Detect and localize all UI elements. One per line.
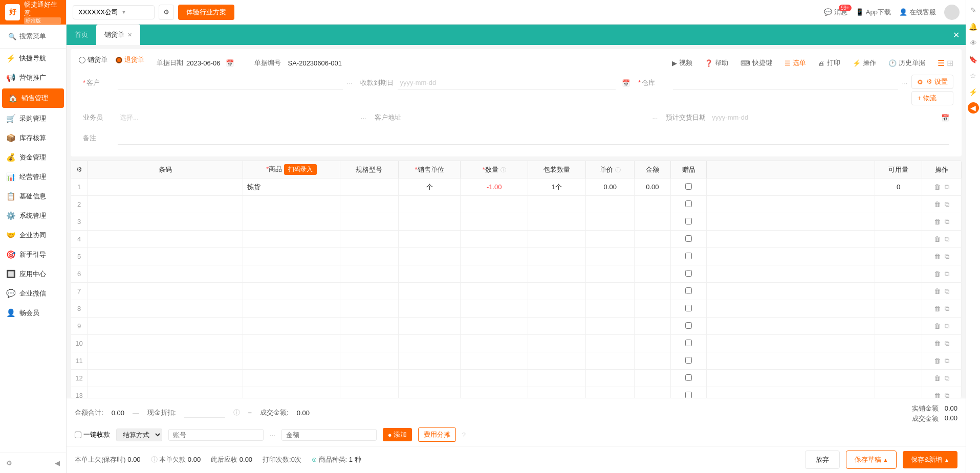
warehouse-input[interactable]: 建材仓 [673,76,898,89]
row-gift[interactable] [670,248,707,265]
row-barcode[interactable] [88,231,243,248]
row-delete-icon[interactable]: 🗑 [934,340,941,347]
due-date-input[interactable] [398,76,615,89]
account-input[interactable] [168,429,264,441]
sidebar-item-purchase[interactable]: 🛒 采购管理 [0,109,66,128]
discount-help-icon[interactable]: ⓘ [233,408,240,417]
tab-close-icon[interactable]: ✕ [127,32,132,38]
sidebar-item-marketing[interactable]: 📢 营销推广 [0,68,66,87]
sidebar-item-shortcut[interactable]: ⚡ 快捷导航 [0,49,66,68]
row-gift[interactable] [670,178,707,196]
row-product[interactable] [243,318,340,335]
row-copy-icon[interactable]: ⧉ [945,357,949,365]
row-product[interactable] [243,335,340,352]
customer-addr-input[interactable] [409,111,648,124]
row-delete-icon[interactable]: 🗑 [934,218,941,226]
addr-dots-btn[interactable]: ··· [652,114,658,122]
row-spec[interactable] [340,178,398,196]
app-download-btn[interactable]: 📱 App下载 [856,8,891,17]
row-spec[interactable] [340,231,398,248]
row-delete-icon[interactable]: 🗑 [934,392,941,398]
row-spec[interactable] [340,265,398,283]
row-spec[interactable] [340,352,398,370]
row-barcode[interactable] [88,213,243,231]
row-delete-icon[interactable]: 🗑 [934,287,941,295]
row-spec[interactable] [340,387,398,398]
row-barcode[interactable] [88,387,243,398]
row-price[interactable] [586,387,635,398]
tab-home[interactable]: 首页 [67,25,96,45]
row-delete-icon[interactable]: 🗑 [934,183,941,191]
row-price[interactable] [586,318,635,335]
row-product[interactable] [243,248,340,265]
history-btn[interactable]: 🕐 历史单据 [884,57,929,69]
sidebar-item-sales[interactable]: 🏠 销售管理 [2,88,64,108]
row-spec[interactable] [340,213,398,231]
row-spec[interactable] [340,196,398,213]
right-panel-star-icon[interactable]: ☆ [967,70,979,82]
row-qty[interactable] [461,213,528,231]
row-product[interactable] [243,300,340,318]
row-gift[interactable] [670,300,707,318]
row-qty[interactable] [461,265,528,283]
row-gift[interactable] [670,213,707,231]
row-qty[interactable] [461,231,528,248]
row-gift[interactable] [670,196,707,213]
row-price[interactable] [586,265,635,283]
row-delete-icon[interactable]: 🗑 [934,270,941,278]
sidebar-item-member[interactable]: 👤 畅会员 [0,303,66,323]
company-selector[interactable]: XXXXXX公司 ▼ [73,5,155,19]
row-delete-icon[interactable]: 🗑 [934,357,941,365]
scan-btn[interactable]: 扫码录入 [284,164,317,175]
right-panel-bell-icon[interactable]: 🔔 [967,20,979,33]
row-spec[interactable] [340,248,398,265]
row-copy-icon[interactable]: ⧉ [945,183,949,191]
remarks-input[interactable] [118,131,949,145]
customer-dots-btn[interactable]: ··· [347,79,353,87]
row-gift[interactable] [670,318,707,335]
row-copy-icon[interactable]: ⧉ [945,305,949,312]
row-gift[interactable] [670,283,707,300]
sidebar-collapse-btn[interactable]: ◀ [53,457,62,469]
search-menu-item[interactable]: 🔍 搜索菜单 [4,29,62,44]
view-grid-icon[interactable]: ⊞ [947,58,953,68]
row-price[interactable] [586,300,635,318]
row-gift[interactable] [670,370,707,387]
row-copy-icon[interactable]: ⧉ [945,392,949,398]
row-product[interactable] [243,213,340,231]
topbar-settings-button[interactable]: ⚙ [159,5,174,20]
row-copy-icon[interactable]: ⧉ [945,235,949,243]
row-barcode[interactable] [88,283,243,300]
due-date-calendar-icon[interactable]: 📅 [622,79,630,87]
user-avatar[interactable] [944,5,960,20]
row-copy-icon[interactable]: ⧉ [945,287,949,295]
warehouse-dots-btn[interactable]: ··· [902,79,908,87]
sidebar-item-enterprise[interactable]: 🤝 企业协同 [0,226,66,245]
row-spec[interactable] [340,370,398,387]
row-spec[interactable] [340,283,398,300]
row-gift[interactable] [670,387,707,398]
row-gift[interactable] [670,335,707,352]
expected-date-calendar-icon[interactable]: 📅 [941,114,949,122]
row-delete-icon[interactable]: 🗑 [934,374,941,382]
print-btn[interactable]: 🖨 打印 [814,57,844,69]
row-barcode[interactable] [88,178,243,196]
row-copy-icon[interactable]: ⧉ [945,253,949,260]
sidebar-item-base[interactable]: 📋 基础信息 [0,187,66,206]
select-list-btn[interactable]: ☰ 选单 [780,57,810,69]
row-price[interactable] [586,196,635,213]
video-btn[interactable]: ▶ 视频 [668,57,696,69]
help-btn[interactable]: ❓ 帮助 [701,57,732,69]
row-spec[interactable] [340,335,398,352]
row-product[interactable] [243,283,340,300]
row-product[interactable]: 拣货 [243,178,340,196]
row-delete-icon[interactable]: 🗑 [934,235,941,243]
expense-help-icon[interactable]: ? [462,431,466,439]
row-price[interactable] [586,352,635,370]
online-service-btn[interactable]: 👤 在线客服 [899,8,936,17]
row-product[interactable] [243,265,340,283]
date-calendar-icon[interactable]: 📅 [226,59,234,67]
row-copy-icon[interactable]: ⧉ [945,200,949,208]
row-spec[interactable] [340,300,398,318]
right-panel-bookmark-icon[interactable]: 🔖 [967,53,979,65]
